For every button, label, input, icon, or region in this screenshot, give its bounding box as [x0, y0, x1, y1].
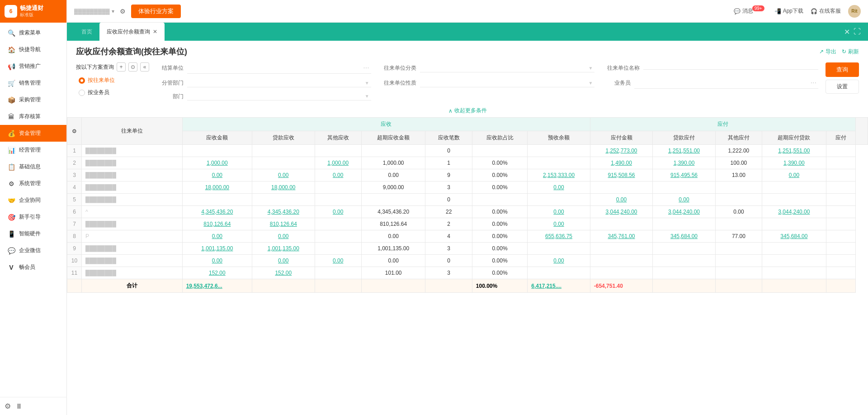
filter-option-unit[interactable]: 按往来单位: [76, 75, 149, 86]
sidebar-item-member[interactable]: V 畅会员: [0, 259, 66, 276]
cell-sf-je[interactable]: 0.00: [590, 194, 652, 206]
cell-dk-sr[interactable]: 0.00: [252, 169, 315, 181]
sidebar-item-inventory[interactable]: 🏛 库存核算: [0, 108, 66, 125]
online-service-btn[interactable]: 🎧 在线客服: [811, 7, 841, 15]
cell-dk-sr[interactable]: 810,126.64: [252, 218, 315, 230]
edit-scheme-btn[interactable]: ⊙: [128, 62, 137, 72]
sidebar-item-marketing[interactable]: 📢 营销推广: [0, 58, 66, 75]
cell-sf-je[interactable]: 1,252,773.00: [590, 145, 652, 157]
cell-ys-ye[interactable]: 0.00: [528, 255, 590, 267]
sidebar-item-finance[interactable]: 💰 资金管理: [0, 125, 66, 142]
settings-footer-icon[interactable]: ⚙: [5, 402, 11, 410]
sidebar-item-operations[interactable]: 📊 经营管理: [0, 142, 66, 158]
filter-option-salesman[interactable]: 按业务员: [76, 87, 149, 98]
cell-dk-sf[interactable]: 1,390.00: [653, 157, 715, 169]
export-btn[interactable]: ↗ 导出: [819, 48, 836, 56]
cell-sf-je[interactable]: 915,508.56: [590, 169, 652, 181]
cell-sr-je[interactable]: 152.00: [182, 267, 252, 279]
sidebar-item-quicknav[interactable]: 🏠 快捷导航: [0, 41, 66, 58]
total-ys-ye[interactable]: 6,417,215....: [528, 279, 590, 293]
table-row: 9████████1,001,135.001,001,135.001,001,1…: [67, 243, 868, 255]
data-table-container[interactable]: ⚙ 往来单位 应收 应付 应收金额 贷款应收 其他应收 超期应收金额 应收笔数: [67, 117, 868, 415]
cell-dk-sf[interactable]: 345,684.00: [653, 230, 715, 243]
cell-ys-ye[interactable]: 0.00: [528, 218, 590, 230]
cell-dk-sr[interactable]: 152.00: [252, 267, 315, 279]
cell-qt-sr[interactable]: 0.00: [315, 255, 361, 267]
cell-sr-je[interactable]: 0.00: [182, 169, 252, 181]
sidebar-item-sales[interactable]: 🛒 销售管理: [0, 75, 66, 91]
cell-qt-sf: [715, 181, 762, 194]
cell-cq-sf[interactable]: 1,390.00: [762, 157, 826, 169]
department-select[interactable]: ▼: [187, 92, 371, 100]
solution-btn[interactable]: 体验行业方案: [131, 5, 181, 18]
dept-select[interactable]: ▼: [187, 79, 371, 87]
cell-qt-sr[interactable]: 0.00: [315, 169, 361, 181]
add-scheme-btn[interactable]: +: [117, 62, 126, 72]
name-input[interactable]: [643, 67, 818, 70]
collapse-scheme-btn[interactable]: «: [140, 62, 149, 72]
gear-icon[interactable]: ⚙: [120, 8, 126, 15]
settlement-input[interactable]: ···: [187, 62, 371, 74]
sidebar-item-basic[interactable]: 📋 基础信息: [0, 158, 66, 175]
refresh-btn[interactable]: ↻ 刷新: [842, 48, 859, 56]
sidebar-item-purchase[interactable]: 📦 采购管理: [0, 91, 66, 108]
cell-cq-sf[interactable]: 1,251,551.00: [762, 145, 826, 157]
cell-qt-sr[interactable]: 1,000.00: [315, 157, 361, 169]
cell-sr-je[interactable]: 4,345,436.20: [182, 206, 252, 218]
cell-sf-je[interactable]: 345,761.00: [590, 230, 652, 243]
cell-cq-sf[interactable]: 3,044,240.00: [762, 206, 826, 218]
cell-sr-je[interactable]: 0.00: [182, 255, 252, 267]
collapse-sidebar-btn[interactable]: ⏸: [15, 402, 23, 410]
cell-dk-sr[interactable]: 4,345,436.20: [252, 206, 315, 218]
category-select[interactable]: ▼: [420, 64, 595, 72]
cell-dk-sf[interactable]: 0.00: [653, 194, 715, 206]
sidebar-item-collab[interactable]: 🤝 企业协同: [0, 192, 66, 209]
app-download-btn[interactable]: 📲 App下载: [774, 7, 803, 15]
cell-sf-je[interactable]: 1,490.00: [590, 157, 652, 169]
sidebar-item-system[interactable]: ⚙ 系统管理: [0, 175, 66, 192]
sidebar-item-guide[interactable]: 🎯 新手引导: [0, 209, 66, 225]
cell-name: ████████: [82, 267, 183, 279]
cell-ys-ye[interactable]: 0.00: [528, 206, 590, 218]
cell-sr-je[interactable]: 18,000.00: [182, 181, 252, 194]
sidebar-item-wxwork[interactable]: 💬 企业微信: [0, 242, 66, 259]
total-sr-je[interactable]: 19,553,472,6...: [182, 279, 252, 293]
cell-sf-je[interactable]: 3,044,240.00: [590, 206, 652, 218]
cell-ys-ye[interactable]: 655,636.75: [528, 230, 590, 243]
salesman-input[interactable]: ···: [634, 77, 818, 89]
collapse-more-btn[interactable]: ∧ 收起更多条件: [76, 104, 859, 117]
sidebar-item-search[interactable]: 🔍 搜索菜单: [0, 24, 66, 41]
message-btn[interactable]: 💬 消息 99+: [734, 7, 767, 15]
cell-dk-sr[interactable]: 0.00: [252, 230, 315, 243]
nature-select[interactable]: ▼: [420, 79, 595, 87]
cell-dk-sf[interactable]: 3,044,240.00: [653, 206, 715, 218]
tab-query[interactable]: 应收应付余额查询 ✕: [99, 23, 165, 41]
cell-ys-ye[interactable]: 2,153,333.00: [528, 169, 590, 181]
tab-home[interactable]: 首页: [74, 23, 99, 41]
table-row: 10████████0.000.000.000.0000.00%0.00: [67, 255, 868, 267]
maximize-btn[interactable]: ⛶: [854, 28, 861, 36]
cell-cq-sf[interactable]: 345,684.00: [762, 230, 826, 243]
cell-ys-ye[interactable]: 0.00: [528, 181, 590, 194]
user-avatar-btn[interactable]: Rit: [848, 5, 861, 18]
tab-close-icon[interactable]: ✕: [153, 29, 157, 35]
cell-dk-sf[interactable]: 1,251,551.00: [653, 145, 715, 157]
table-settings-col[interactable]: ⚙: [67, 118, 82, 145]
close-window-btn[interactable]: ✕: [844, 28, 850, 36]
cell-dk-sf[interactable]: 915,495.56: [653, 169, 715, 181]
cell-cq-sf[interactable]: 0.00: [762, 169, 826, 181]
logo-tag: 标准版: [20, 12, 43, 18]
cell-sr-je[interactable]: 1,000.00: [182, 157, 252, 169]
cell-dk-sr[interactable]: 18,000.00: [252, 181, 315, 194]
cell-qt-sr[interactable]: 0.00: [315, 206, 361, 218]
settings-btn[interactable]: 设置: [826, 80, 859, 94]
cell-sr-je[interactable]: 0.00: [182, 230, 252, 243]
cell-dk-sr[interactable]: 0.00: [252, 255, 315, 267]
cell-sr-je[interactable]: 810,126.64: [182, 218, 252, 230]
cell-sr-bs: 22: [425, 206, 472, 218]
query-btn[interactable]: 查询: [826, 62, 859, 77]
cell-sr-bs: 1: [425, 157, 472, 169]
cell-dk-sr[interactable]: 1,001,135.00: [252, 243, 315, 255]
sidebar-item-hardware[interactable]: 📱 智能硬件: [0, 225, 66, 242]
cell-sr-je[interactable]: 1,001,135.00: [182, 243, 252, 255]
